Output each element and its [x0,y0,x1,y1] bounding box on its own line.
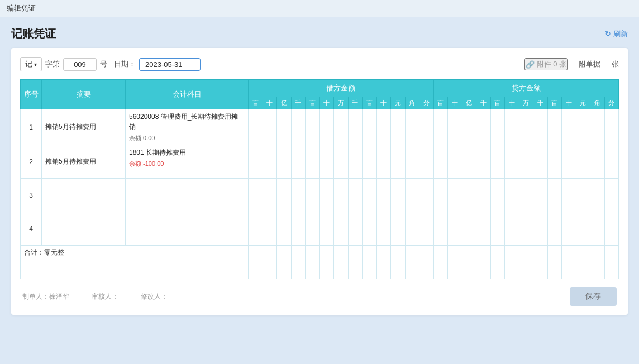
cell-credit-9[interactable] [562,179,576,212]
cell-debit-8[interactable] [363,179,377,212]
cell-debit-10[interactable] [391,212,406,246]
cell-credit-8[interactable] [547,109,562,145]
cell-credit-4[interactable] [490,145,505,179]
cell-debit-9[interactable] [376,145,391,179]
cell-debit-0[interactable] [249,212,263,246]
cell-credit-5[interactable] [505,179,519,212]
cell-account[interactable]: 1801 长期待摊费用余额:-100.00 [126,145,249,179]
cell-debit-0[interactable] [249,109,263,145]
cell-debit-3[interactable] [291,212,306,246]
cell-debit-8[interactable] [363,145,377,179]
cell-credit-6[interactable] [519,179,533,212]
refresh-button[interactable]: ↻ 刷新 [605,29,628,39]
cell-credit-3[interactable] [476,145,491,179]
cell-debit-3[interactable] [291,179,306,212]
cell-credit-9[interactable] [562,212,576,246]
cell-debit-8[interactable] [363,212,377,246]
cell-debit-3[interactable] [291,109,306,145]
cell-credit-9[interactable] [562,145,576,179]
cell-credit-7[interactable] [533,212,548,246]
cell-debit-1[interactable] [263,179,277,212]
cell-credit-11[interactable] [590,145,605,179]
cell-credit-4[interactable] [490,109,505,145]
cell-debit-5[interactable] [320,109,334,145]
cell-debit-9[interactable] [376,179,391,212]
cell-credit-12[interactable] [604,109,619,145]
cell-credit-0[interactable] [433,212,448,246]
cell-debit-0[interactable] [249,145,263,179]
cell-debit-0[interactable] [249,179,263,212]
cell-credit-12[interactable] [604,212,619,246]
cell-debit-12[interactable] [419,109,434,145]
voucher-number-input[interactable] [63,58,97,71]
cell-credit-4[interactable] [490,179,505,212]
cell-credit-0[interactable] [433,109,448,145]
cell-debit-12[interactable] [419,212,434,246]
cell-credit-8[interactable] [547,212,562,246]
cell-debit-6[interactable] [334,109,349,145]
cell-debit-11[interactable] [405,145,419,179]
cell-credit-4[interactable] [490,212,505,246]
cell-account[interactable] [126,212,249,246]
cell-credit-11[interactable] [590,109,605,145]
cell-debit-1[interactable] [263,212,277,246]
cell-credit-2[interactable] [462,212,476,246]
cell-account[interactable]: 56020008 管理费用_长期待摊费用摊销余额:0.00 [126,109,249,145]
cell-debit-2[interactable] [277,212,292,246]
cell-summary[interactable] [42,212,126,246]
cell-credit-7[interactable] [533,179,548,212]
cell-credit-2[interactable] [462,145,476,179]
cell-credit-1[interactable] [448,109,462,145]
cell-credit-7[interactable] [533,145,548,179]
cell-debit-4[interactable] [306,179,320,212]
cell-credit-12[interactable] [604,179,619,212]
cell-credit-3[interactable] [476,109,491,145]
cell-debit-9[interactable] [376,109,391,145]
cell-summary[interactable] [42,179,126,212]
save-button[interactable]: 保存 [570,287,617,306]
cell-debit-6[interactable] [334,179,349,212]
cell-debit-4[interactable] [306,212,320,246]
date-input[interactable] [139,58,201,71]
cell-debit-6[interactable] [334,212,349,246]
cell-credit-10[interactable] [576,145,590,179]
type-select-btn[interactable]: 记 ▾ [20,57,42,71]
cell-credit-6[interactable] [519,145,533,179]
cell-credit-5[interactable] [505,212,519,246]
cell-debit-2[interactable] [277,145,292,179]
cell-credit-10[interactable] [576,109,590,145]
cell-debit-5[interactable] [320,212,334,246]
cell-credit-5[interactable] [505,145,519,179]
cell-debit-8[interactable] [363,109,377,145]
cell-credit-6[interactable] [519,212,533,246]
cell-debit-12[interactable] [419,179,434,212]
cell-credit-12[interactable] [604,145,619,179]
cell-credit-3[interactable] [476,212,491,246]
cell-debit-7[interactable] [348,179,363,212]
cell-credit-1[interactable] [448,145,462,179]
cell-debit-7[interactable] [348,145,363,179]
cell-summary[interactable]: 摊销5月待摊费用 [42,145,126,179]
cell-credit-11[interactable] [590,212,605,246]
cell-debit-9[interactable] [376,212,391,246]
cell-debit-7[interactable] [348,212,363,246]
cell-credit-0[interactable] [433,179,448,212]
cell-debit-5[interactable] [320,145,334,179]
cell-debit-12[interactable] [419,145,434,179]
cell-credit-7[interactable] [533,109,548,145]
cell-credit-3[interactable] [476,179,491,212]
cell-credit-2[interactable] [462,109,476,145]
cell-credit-6[interactable] [519,109,533,145]
cell-debit-1[interactable] [263,145,277,179]
cell-credit-1[interactable] [448,212,462,246]
cell-account[interactable] [126,179,249,212]
cell-debit-10[interactable] [391,179,406,212]
cell-debit-2[interactable] [277,109,292,145]
cell-debit-4[interactable] [306,145,320,179]
attach-button[interactable]: 🔗 附件 0 张 [524,58,568,70]
cell-debit-10[interactable] [391,109,406,145]
cell-credit-8[interactable] [547,145,562,179]
cell-credit-5[interactable] [505,109,519,145]
cell-credit-0[interactable] [433,145,448,179]
cell-credit-11[interactable] [590,179,605,212]
